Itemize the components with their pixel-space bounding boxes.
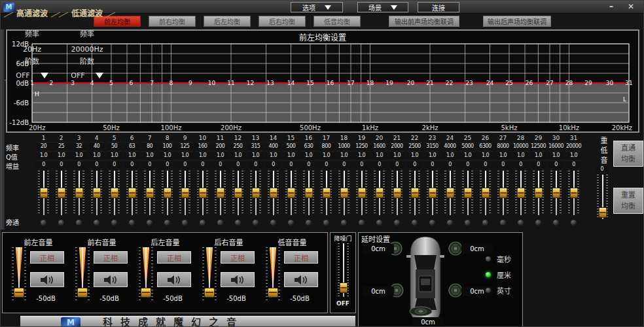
band-gain-slider[interactable] — [158, 169, 176, 216]
slider-knob[interactable] — [269, 188, 277, 198]
slider-knob[interactable] — [339, 283, 348, 293]
mute-button[interactable] — [221, 272, 255, 287]
slider-knob[interactable] — [481, 188, 490, 198]
band-bypass-toggle[interactable] — [341, 220, 347, 226]
slider-knob[interactable] — [516, 188, 525, 198]
band-gain-slider[interactable] — [105, 169, 123, 216]
band-bypass-toggle[interactable] — [553, 220, 559, 226]
mute-button[interactable] — [284, 272, 318, 287]
output-rear-soundfield-link-button[interactable]: 输出后声场均衡联调 — [483, 16, 551, 27]
band-gain-slider[interactable] — [52, 169, 70, 216]
volume-slider[interactable] — [139, 247, 153, 306]
band-bypass-toggle[interactable] — [270, 220, 276, 226]
band-gain-slider[interactable] — [459, 169, 476, 216]
band-gain-slider[interactable] — [70, 169, 88, 216]
mute-button[interactable] — [30, 272, 64, 287]
band-bypass-toggle[interactable] — [217, 220, 223, 226]
band-gain-slider[interactable] — [176, 169, 194, 216]
phase-button[interactable]: 正相 — [221, 251, 255, 264]
close-button[interactable]: ✕ — [624, 1, 638, 12]
band-bypass-toggle[interactable] — [41, 220, 46, 226]
lowpass-order-dropdown[interactable]: OFF — [61, 71, 113, 80]
band-gain-slider[interactable] — [35, 169, 52, 216]
slider-knob[interactable] — [322, 188, 331, 198]
band-gain-slider[interactable] — [300, 169, 317, 216]
volume-slider-knob[interactable] — [141, 288, 151, 298]
highpass-freq-value[interactable]: 20Hz — [6, 45, 58, 54]
tab-5-eq[interactable]: 低音均衡 — [313, 16, 361, 27]
band-gain-slider[interactable] — [423, 169, 441, 216]
mute-button[interactable] — [94, 272, 128, 287]
slider-knob[interactable] — [234, 188, 242, 198]
band-bypass-toggle[interactable] — [94, 220, 99, 226]
phase-button[interactable]: 正相 — [157, 251, 191, 264]
delay-value-front-left[interactable]: 0cm — [363, 244, 394, 254]
band-bypass-toggle[interactable] — [465, 220, 471, 226]
radio-dot-icon[interactable] — [486, 288, 491, 293]
band-bypass-toggle[interactable] — [200, 220, 206, 226]
band-bypass-toggle[interactable] — [535, 220, 541, 226]
slider-knob[interactable] — [463, 188, 472, 198]
noise-gate-slider[interactable] — [334, 242, 352, 298]
volume-slider-knob[interactable] — [14, 288, 24, 298]
band-bypass-toggle[interactable] — [447, 220, 453, 226]
bypass-eq-button[interactable]: 直通均衡 — [613, 141, 643, 167]
band-bypass-toggle[interactable] — [288, 220, 294, 226]
tab-2-eq[interactable]: 前右均衡 — [149, 16, 196, 27]
band-gain-slider[interactable] — [194, 169, 211, 216]
slider-knob[interactable] — [375, 188, 384, 198]
radio-dot-icon[interactable] — [486, 272, 491, 277]
band-gain-slider[interactable] — [264, 169, 282, 216]
band-bypass-toggle[interactable] — [482, 220, 488, 226]
band-bypass-toggle[interactable] — [235, 220, 241, 226]
band-bypass-toggle[interactable] — [306, 220, 312, 226]
mute-button[interactable] — [157, 272, 191, 287]
band-gain-slider[interactable] — [547, 169, 565, 216]
band-gain-slider[interactable] — [141, 169, 158, 216]
slider-knob[interactable] — [251, 188, 260, 198]
band-bypass-toggle[interactable] — [323, 220, 329, 226]
volume-slider[interactable] — [12, 247, 26, 306]
band-gain-slider[interactable] — [317, 169, 335, 216]
minimize-button[interactable]: – — [604, 1, 618, 12]
band-bypass-toggle[interactable] — [394, 220, 400, 226]
slider-knob[interactable] — [181, 188, 189, 198]
band-bypass-toggle[interactable] — [164, 220, 170, 226]
delay-unit-option-2[interactable]: 厘米 — [486, 269, 511, 280]
delay-value-rear-left[interactable]: 0cm — [363, 286, 394, 296]
band-bypass-toggle[interactable] — [359, 220, 365, 226]
band-gain-slider[interactable] — [247, 169, 264, 216]
reset-eq-button[interactable]: 重置均衡 — [613, 188, 643, 214]
slider-knob[interactable] — [393, 188, 401, 198]
slider-knob[interactable] — [446, 188, 454, 198]
band-bypass-toggle[interactable] — [412, 220, 418, 226]
delay-unit-option-1[interactable]: 毫秒 — [486, 254, 511, 264]
band-gain-slider[interactable] — [282, 169, 300, 216]
slider-knob[interactable] — [340, 188, 348, 198]
volume-slider[interactable] — [75, 247, 90, 306]
band-bypass-toggle[interactable] — [58, 220, 64, 226]
slider-knob[interactable] — [57, 188, 65, 198]
band-gain-slider[interactable] — [494, 169, 512, 216]
subwoofer-slider[interactable] — [594, 173, 611, 220]
phase-button[interactable]: 正相 — [30, 251, 64, 264]
radio-dot-icon[interactable] — [486, 256, 491, 262]
highpass-tab[interactable]: 高通滤波 — [15, 6, 49, 20]
band-gain-slider[interactable] — [512, 169, 529, 216]
slider-knob[interactable] — [304, 188, 313, 198]
volume-slider[interactable] — [202, 247, 217, 306]
band-gain-slider[interactable] — [388, 169, 406, 216]
band-bypass-toggle[interactable] — [182, 220, 188, 226]
slider-knob[interactable] — [110, 188, 118, 198]
band-bypass-toggle[interactable] — [111, 220, 117, 226]
delay-unit-option-3[interactable]: 英寸 — [486, 285, 511, 296]
output-front-soundfield-link-button[interactable]: 输出前声场均衡联调 — [389, 16, 459, 27]
slider-knob[interactable] — [92, 188, 101, 198]
band-bypass-toggle[interactable] — [500, 220, 506, 226]
band-gain-slider[interactable] — [211, 169, 229, 216]
connect-button[interactable]: 连接 — [418, 2, 459, 12]
phase-button[interactable]: 正相 — [94, 251, 128, 264]
band-gain-slider[interactable] — [406, 169, 423, 216]
slider-knob[interactable] — [128, 188, 136, 198]
band-bypass-toggle[interactable] — [129, 220, 135, 226]
